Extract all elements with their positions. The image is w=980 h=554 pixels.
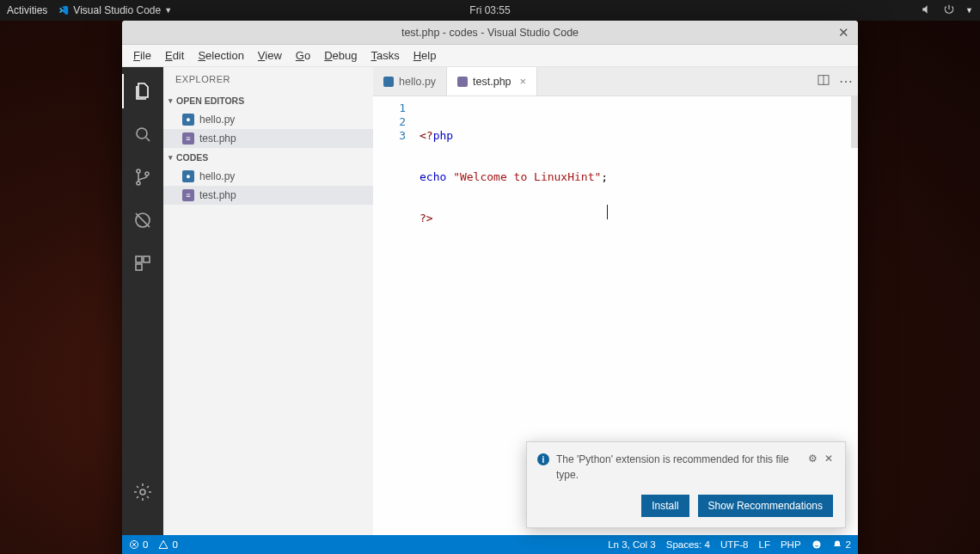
status-feedback[interactable]: [812, 539, 822, 550]
show-recommendations-button[interactable]: Show Recommendations: [698, 495, 833, 517]
svg-point-2: [137, 182, 140, 185]
tab-test-php[interactable]: test.php ×: [447, 67, 537, 95]
tab-hello-py[interactable]: hello.py: [373, 67, 447, 95]
search-icon: [132, 124, 153, 145]
open-editor-hello-py[interactable]: ● hello.py: [163, 110, 373, 129]
status-lncol[interactable]: Ln 3, Col 3: [608, 539, 656, 550]
python-file-icon: [383, 77, 394, 87]
status-warnings[interactable]: 0: [158, 539, 177, 550]
svg-point-1: [137, 169, 140, 173]
menu-edit[interactable]: Edit: [159, 46, 190, 65]
install-button[interactable]: Install: [641, 495, 689, 517]
menu-selection[interactable]: Selection: [192, 46, 249, 65]
status-encoding[interactable]: UTF-8: [720, 539, 749, 550]
activity-bar: [122, 67, 163, 535]
activity-extensions[interactable]: [122, 246, 163, 280]
python-file-icon: ●: [182, 114, 194, 126]
vscode-icon: [58, 4, 70, 16]
activity-explorer[interactable]: [122, 74, 163, 108]
tab-close-icon[interactable]: ×: [520, 75, 527, 88]
php-file-icon: [457, 77, 468, 87]
vscode-window: test.php - codes - Visual Studio Code ✕ …: [122, 21, 858, 554]
file-hello-py[interactable]: ● hello.py: [163, 167, 373, 186]
status-eol[interactable]: LF: [759, 539, 770, 550]
status-errors[interactable]: 0: [129, 539, 148, 550]
status-bar: 0 0 Ln 3, Col 3 Spaces: 4 UTF-8 LF PHP 2: [122, 535, 858, 554]
svg-point-0: [137, 128, 147, 138]
menu-file[interactable]: File: [127, 46, 157, 65]
status-spaces[interactable]: Spaces: 4: [666, 539, 710, 550]
minimap-scrollbar[interactable]: [851, 96, 858, 148]
svg-rect-5: [136, 256, 142, 262]
explorer-sidebar: EXPLORER OPEN EDITORS ● hello.py ≡ test.…: [163, 67, 373, 535]
section-codes[interactable]: CODES: [163, 148, 373, 167]
app-menu[interactable]: Visual Studio Code ▼: [58, 4, 172, 16]
activities-button[interactable]: Activities: [7, 4, 47, 16]
more-actions-button[interactable]: ⋯: [839, 73, 853, 89]
status-notifications[interactable]: 2: [832, 539, 851, 550]
status-language[interactable]: PHP: [781, 539, 801, 550]
svg-point-3: [145, 172, 149, 175]
activity-settings[interactable]: [122, 475, 163, 509]
open-editor-test-php[interactable]: ≡ test.php: [163, 129, 373, 148]
window-close-button[interactable]: ✕: [838, 25, 849, 40]
activity-scm[interactable]: [122, 160, 163, 194]
branch-icon: [132, 167, 153, 188]
svg-rect-6: [144, 256, 150, 262]
menu-tasks[interactable]: Tasks: [364, 46, 405, 65]
files-icon: [132, 81, 153, 102]
menubar: File Edit Selection View Go Debug Tasks …: [122, 45, 858, 67]
extensions-icon: [132, 253, 153, 274]
menu-debug[interactable]: Debug: [318, 46, 363, 65]
svg-point-11: [812, 541, 820, 549]
menu-view[interactable]: View: [252, 46, 288, 65]
notification-text: The 'Python' extension is recommended fo…: [556, 452, 801, 483]
power-icon[interactable]: [943, 3, 955, 18]
activity-debug[interactable]: [122, 203, 163, 237]
file-test-php[interactable]: ≡ test.php: [163, 186, 373, 205]
clock[interactable]: Fri 03:55: [469, 4, 510, 16]
titlebar[interactable]: test.php - codes - Visual Studio Code ✕: [122, 21, 858, 45]
info-icon: i: [537, 453, 549, 465]
svg-rect-7: [136, 264, 142, 270]
volume-icon[interactable]: [921, 3, 933, 18]
php-file-icon: ≡: [182, 132, 194, 145]
gnome-topbar: Activities Visual Studio Code ▼ Fri 03:5…: [0, 0, 980, 21]
gear-icon: [132, 482, 153, 502]
svg-point-8: [140, 489, 145, 495]
notification-close-icon[interactable]: ✕: [824, 452, 833, 465]
text-cursor: [607, 205, 608, 219]
line-gutter: 1 2 3: [373, 96, 420, 535]
sidebar-title: EXPLORER: [163, 67, 373, 91]
activity-search[interactable]: [122, 117, 163, 151]
system-menu-chevron-icon[interactable]: ▼: [965, 6, 973, 15]
editor-area: hello.py test.php × ⋯ 1 2: [373, 67, 858, 535]
window-title: test.php - codes - Visual Studio Code: [401, 27, 579, 39]
section-open-editors[interactable]: OPEN EDITORS: [163, 91, 373, 110]
python-file-icon: ●: [182, 170, 194, 182]
notification-toast: i The 'Python' extension is recommended …: [526, 441, 846, 528]
menu-help[interactable]: Help: [407, 46, 443, 65]
menu-go[interactable]: Go: [290, 46, 316, 65]
desktop: Activities Visual Studio Code ▼ Fri 03:5…: [0, 0, 980, 554]
notification-gear-icon[interactable]: ⚙: [808, 452, 818, 465]
editor-tabs: hello.py test.php × ⋯: [373, 67, 858, 96]
split-editor-button[interactable]: [817, 73, 830, 90]
bug-icon: [132, 210, 153, 231]
php-file-icon: ≡: [182, 189, 194, 201]
